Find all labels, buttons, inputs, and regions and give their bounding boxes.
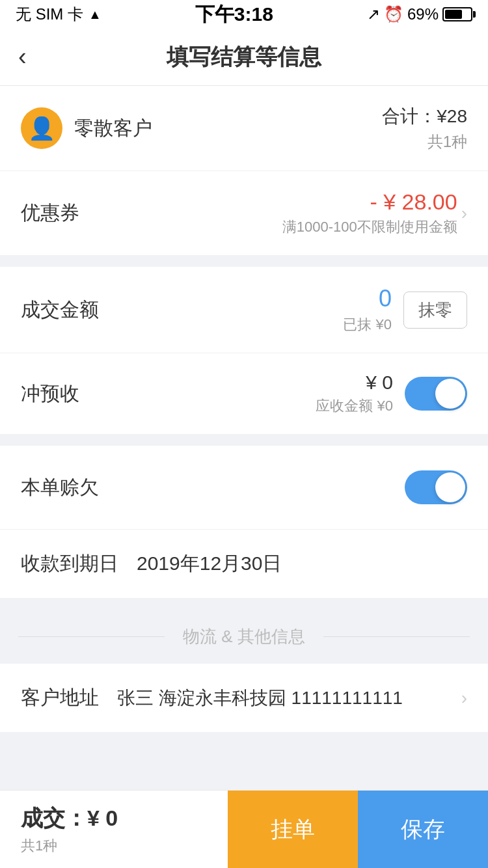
toggle-knob-debit [435, 472, 465, 502]
back-button[interactable]: ‹ [18, 43, 27, 71]
address-value: 张三 海淀永丰科技园 11111111111 [117, 686, 461, 711]
debit-section: 本单赊欠 收款到期日 2019年12月30日 [0, 446, 488, 598]
divider-line-left [18, 636, 165, 637]
address-arrow-icon: › [461, 688, 467, 709]
bottom-deal-value: ¥ 0 [87, 806, 118, 830]
status-bar: 无 SIM 卡 ▲ 下午3:18 ↗ ⏰ 69% [0, 0, 488, 29]
due-date-label: 收款到期日 [21, 550, 118, 577]
battery-icon [442, 7, 472, 21]
coupon-label: 优惠券 [21, 200, 79, 226]
due-date-value: 2019年12月30日 [137, 550, 282, 577]
debit-label: 本单赊欠 [21, 474, 99, 501]
nav-bar: ‹ 填写结算等信息 [0, 29, 488, 86]
debit-row: 本单赊欠 [0, 446, 488, 529]
amount-section: 成交金额 0 已抹 ¥0 抹零 冲预收 ¥ 0 应收金额 ¥0 [0, 267, 488, 434]
toggle-knob [435, 379, 465, 409]
due-date-row[interactable]: 收款到期日 2019年12月30日 [0, 529, 488, 598]
bottom-deal-text: 成交：¥ 0 [21, 804, 207, 834]
prepayment-row: 冲预收 ¥ 0 应收金额 ¥0 [0, 353, 488, 434]
bottom-count: 共1种 [21, 836, 207, 856]
deal-label: 成交金额 [21, 297, 99, 323]
deal-value[interactable]: 0 [379, 285, 392, 312]
logistics-divider: 物流 & 其他信息 [0, 610, 488, 664]
coupon-discount: - ¥ 28.00 [282, 189, 457, 215]
location-icon: ↗ [367, 5, 380, 23]
customer-row: 👤 零散客户 合计：¥28 共1种 [0, 86, 488, 170]
hang-button[interactable]: 挂单 [228, 791, 358, 868]
wifi-icon: ▲ [88, 7, 102, 22]
time-display: 下午3:18 [195, 1, 273, 28]
carrier-text: 无 SIM 卡 [16, 4, 83, 25]
address-row[interactable]: 客户地址 张三 海淀永丰科技园 11111111111 › [0, 664, 488, 732]
save-button[interactable]: 保存 [358, 791, 488, 868]
prepayment-amount: ¥ 0 [316, 372, 393, 394]
customer-name: 零散客户 [74, 115, 152, 142]
bottom-deal-info: 成交：¥ 0 共1种 [0, 791, 228, 868]
divider-line-right [323, 636, 470, 637]
logistics-text: 物流 & 其他信息 [183, 625, 305, 648]
customer-total: 合计：¥28 [382, 104, 467, 129]
avatar-icon: 👤 [28, 115, 55, 141]
already-rounded: 已抹 ¥0 [343, 315, 392, 334]
customer-section: 👤 零散客户 合计：¥28 共1种 优惠券 - ¥ 28.00 满1000-10… [0, 86, 488, 255]
customer-avatar: 👤 [21, 107, 62, 149]
alarm-icon: ⏰ [384, 5, 403, 23]
address-section: 客户地址 张三 海淀永丰科技园 11111111111 › [0, 664, 488, 732]
customer-count: 共1种 [382, 131, 467, 152]
coupon-arrow-icon: › [461, 203, 467, 224]
battery-percent: 69% [407, 5, 439, 23]
debit-toggle[interactable] [405, 470, 467, 504]
address-label: 客户地址 [21, 685, 99, 711]
round-button[interactable]: 抹零 [403, 292, 467, 329]
page-title: 填写结算等信息 [167, 42, 321, 72]
receivable-amount: 应收金额 ¥0 [316, 396, 393, 416]
prepayment-label: 冲预收 [21, 381, 79, 407]
bottom-bar: 成交：¥ 0 共1种 挂单 保存 [0, 790, 488, 868]
prepayment-toggle[interactable] [405, 377, 467, 411]
bottom-deal-label: 成交： [21, 806, 87, 830]
coupon-description: 满1000-100不限制使用金额 [282, 217, 457, 237]
deal-amount-row: 成交金额 0 已抹 ¥0 抹零 [0, 267, 488, 353]
coupon-row[interactable]: 优惠券 - ¥ 28.00 满1000-100不限制使用金额 › [0, 170, 488, 255]
